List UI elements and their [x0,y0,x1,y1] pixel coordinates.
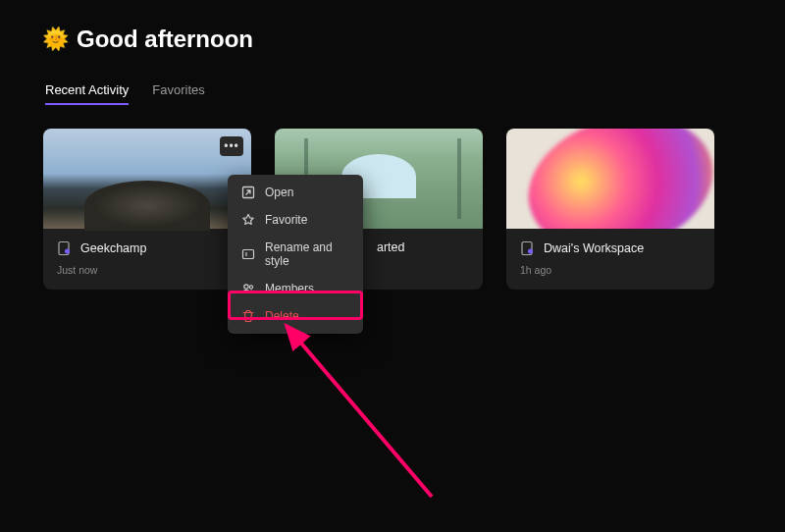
card-thumbnail [506,129,714,229]
file-icon [520,240,536,256]
svg-point-1 [65,249,70,254]
card-item[interactable]: ••• Geekchamp Just now [43,129,251,290]
svg-line-9 [287,326,432,497]
tab-favorites[interactable]: Favorites [152,82,204,105]
greeting-header: 🌞 Good afternoon [43,26,742,53]
menu-label: Rename and style [265,240,349,268]
menu-label: Delete [265,309,299,323]
card-timestamp: 1h ago [520,264,701,276]
rename-icon [241,247,255,261]
svg-point-3 [528,249,533,254]
trash-icon [241,309,255,323]
tab-recent-activity[interactable]: Recent Activity [45,82,129,105]
svg-rect-5 [243,250,254,259]
menu-label: Members [265,282,314,295]
card-grid: ••• Geekchamp Just now arted [43,129,742,290]
sun-icon: 🌞 [43,27,67,51]
card-title: Dwai's Workspace [544,241,644,255]
more-horizontal-icon: ••• [224,139,239,153]
menu-label: Favorite [265,213,307,227]
star-icon [241,213,255,227]
context-menu: Open Favorite Rename and style Members D… [228,175,363,334]
card-item[interactable]: Dwai's Workspace 1h ago [506,129,714,290]
menu-item-open[interactable]: Open [228,179,363,206]
card-thumbnail: ••• [43,129,251,229]
members-icon [241,282,255,295]
menu-item-favorite[interactable]: Favorite [228,206,363,234]
menu-label: Open [265,186,293,199]
card-title: Geekchamp [80,241,146,255]
card-more-button[interactable]: ••• [220,136,243,156]
card-timestamp: Just now [57,264,237,276]
menu-item-delete[interactable]: Delete [228,302,363,330]
open-external-icon [241,186,255,199]
annotation-arrow [275,310,471,506]
tab-bar: Recent Activity Favorites [43,82,742,105]
greeting-text: Good afternoon [77,26,253,53]
menu-item-members[interactable]: Members [228,275,363,302]
file-icon [57,240,73,256]
menu-item-rename[interactable]: Rename and style [228,234,363,275]
svg-point-7 [249,286,252,289]
svg-point-6 [244,285,248,289]
